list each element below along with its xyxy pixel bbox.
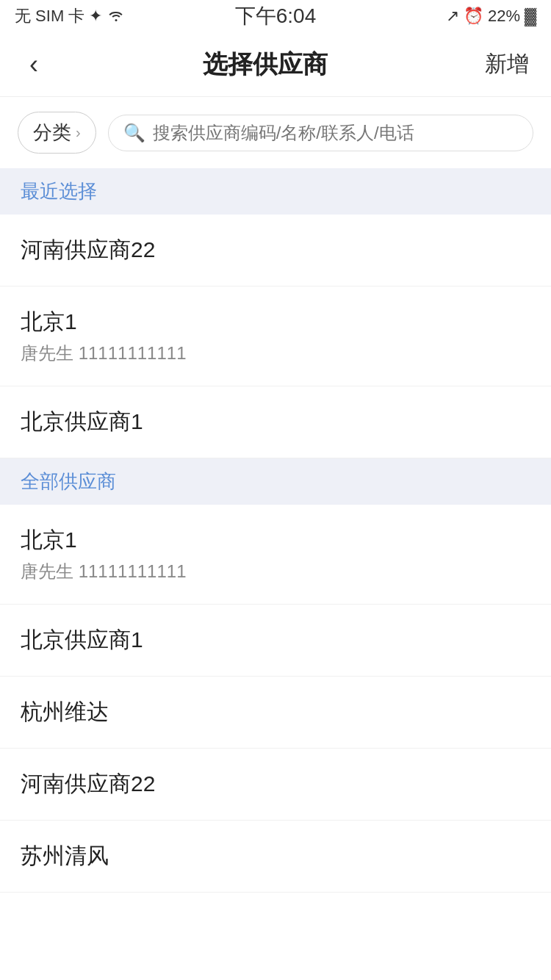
item-sub: 唐先生 11111111111 [21, 342, 530, 365]
location-icon: ↗ [446, 7, 459, 26]
list-item[interactable]: 河南供应商22 [0, 215, 551, 287]
item-sub: 唐先生 11111111111 [21, 560, 530, 583]
battery-icon: ▓ [525, 7, 536, 26]
item-name: 杭州维达 [21, 697, 530, 727]
list-item[interactable]: 北京1唐先生 11111111111 [0, 287, 551, 386]
all-section-label: 全部供应商 [21, 470, 116, 492]
status-left: 无 SIM 卡 ✦ [15, 5, 124, 27]
list-item[interactable]: 杭州维达 [0, 677, 551, 749]
category-button[interactable]: 分类 › [18, 112, 96, 154]
battery-label: 22% [488, 7, 520, 26]
nav-bar: ‹ 选择供应商 新增 [0, 32, 551, 97]
status-right: ↗ ⏰ 22% ▓ [446, 7, 536, 26]
list-item[interactable]: 苏州清风 [0, 821, 551, 893]
list-item[interactable]: 北京供应商1 [0, 386, 551, 458]
item-name: 北京1 [21, 307, 530, 337]
recent-section-label: 最近选择 [21, 180, 97, 202]
search-box: 🔍 [108, 115, 533, 151]
alarm-icon: ⏰ [464, 7, 483, 26]
page-title: 选择供应商 [203, 48, 328, 82]
list-item[interactable]: 北京供应商1 [0, 605, 551, 677]
search-icon: 🔍 [123, 123, 145, 143]
all-items-list: 北京1唐先生 11111111111北京供应商1杭州维达河南供应商22苏州清风 [0, 505, 551, 893]
no-sim-label: 无 SIM 卡 ✦ [15, 5, 102, 27]
item-name: 苏州清风 [21, 841, 530, 871]
list-item[interactable]: 河南供应商22 [0, 749, 551, 821]
recent-items-list: 河南供应商22北京1唐先生 11111111111北京供应商1 [0, 215, 551, 458]
item-name: 河南供应商22 [21, 235, 530, 265]
list-item[interactable]: 北京1唐先生 11111111111 [0, 505, 551, 605]
wifi-icon [108, 7, 124, 26]
chevron-right-icon: › [76, 124, 81, 141]
all-section-header: 全部供应商 [0, 458, 551, 505]
item-name: 北京供应商1 [21, 625, 530, 655]
category-label: 分类 [33, 120, 71, 145]
search-input[interactable] [153, 123, 518, 143]
back-button[interactable]: ‹ [22, 42, 46, 87]
item-name: 河南供应商22 [21, 769, 530, 799]
item-name: 北京1 [21, 525, 530, 555]
new-button[interactable]: 新增 [485, 49, 529, 79]
status-time: 下午6:04 [235, 2, 317, 30]
status-bar: 无 SIM 卡 ✦ 下午6:04 ↗ ⏰ 22% ▓ [0, 0, 551, 32]
filter-bar: 分类 › 🔍 [0, 97, 551, 168]
recent-section-header: 最近选择 [0, 168, 551, 215]
item-name: 北京供应商1 [21, 407, 530, 437]
